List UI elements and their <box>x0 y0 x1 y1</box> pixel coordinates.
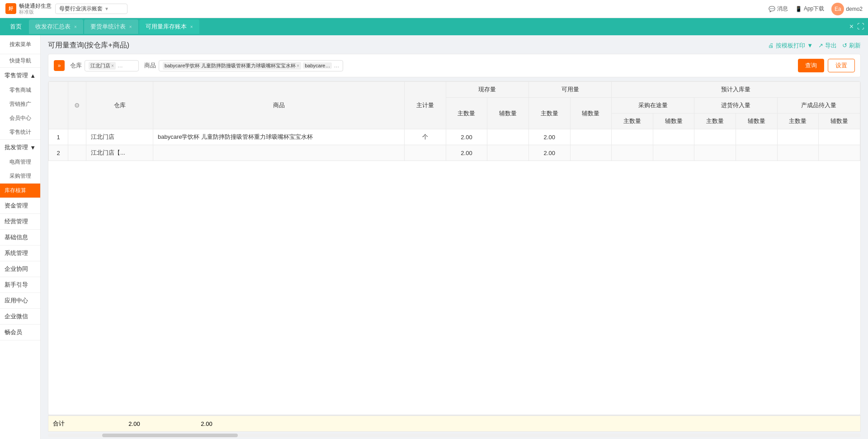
sidebar-group-appstore: 应用中心 <box>0 293 40 309</box>
logo-text: 畅捷通好生意 标准版 <box>19 3 52 15</box>
tab-home[interactable]: 首页 <box>4 19 28 34</box>
sidebar-group-operations: 经营管理 <box>0 214 40 230</box>
col-finished-header: 产成品待入量 <box>777 98 860 113</box>
product-input[interactable]: babycare学饮杯 儿童防摔防撞吸管杯重力球吸嘴杯宝宝水杯 × babyca… <box>159 60 343 71</box>
sidebar-group-finance: 资金管理 <box>0 198 40 214</box>
app-logo-icon: 好 <box>5 3 16 14</box>
col-stock-main-header: 主数量 <box>446 98 487 129</box>
page-actions: 🖨 按模板打印 ▼ ↗ 导出 ↺ 刷新 <box>768 42 861 50</box>
sidebar-group-system-title[interactable]: 系统管理 <box>0 245 40 261</box>
sidebar-group-basic: 基础信息 <box>0 230 40 245</box>
page-header: 可用量查询(按仓库+商品) 🖨 按模板打印 ▼ ↗ 导出 ↺ 刷新 <box>41 35 868 54</box>
warehouse-filter: 仓库 江北门店 × … <box>70 60 139 71</box>
search-menu-button[interactable]: 搜索菜单 <box>4 39 37 50</box>
user-avatar-button[interactable]: Ea demo2 <box>831 3 863 15</box>
logo-area: 好 畅捷通好生意 标准版 <box>5 3 52 15</box>
chevron-down-icon: ▼ <box>807 42 813 49</box>
export-icon: ↗ <box>818 42 823 49</box>
sidebar-group-vip-title[interactable]: 畅会员 <box>0 325 40 340</box>
sidebar-group-enterprise-title[interactable]: 企业协同 <box>0 261 40 277</box>
print-button[interactable]: 🖨 按模板打印 ▼ <box>768 42 813 50</box>
sidebar-group-operations-title[interactable]: 经营管理 <box>0 214 40 229</box>
sidebar-group-retail-title[interactable]: 零售管理 ▲ <box>0 68 40 83</box>
col-pt-aux-header: 辅数量 <box>653 113 694 129</box>
message-icon: 💬 <box>769 6 775 12</box>
sidebar-item-retail-stats[interactable]: 零售统计 <box>0 125 40 139</box>
top-bar: 好 畅捷通好生意 标准版 母婴行业演示账套 ▼ 💬 消息 📱 App下载 Ea … <box>0 0 868 18</box>
cell-stock-main: 2.00 <box>446 145 487 161</box>
sidebar-item-inventory[interactable]: 库存核算 <box>0 184 40 198</box>
tab-order[interactable]: 要货单统计表 × <box>84 19 138 34</box>
export-button[interactable]: ↗ 导出 <box>818 42 837 50</box>
sidebar-item-retail-marketing[interactable]: 营销推广 <box>0 97 40 111</box>
sidebar-group-wholesale-title[interactable]: 批发管理 ▼ <box>0 140 40 155</box>
horizontal-scrollbar[interactable] <box>48 434 861 437</box>
sidebar-group-system: 系统管理 <box>0 245 40 261</box>
col-available-aux-header: 辅数量 <box>570 98 612 129</box>
sidebar-group-finance-title[interactable]: 资金管理 <box>0 198 40 213</box>
warehouse-remove-icon[interactable]: × <box>111 63 114 68</box>
app-download-button[interactable]: 📱 App下载 <box>795 5 824 13</box>
cell-in-main <box>694 129 736 145</box>
product-tag-2: babycare… <box>303 62 332 69</box>
avatar: Ea <box>831 3 844 15</box>
sidebar-group-appstore-title[interactable]: 应用中心 <box>0 293 40 308</box>
cell-warehouse: 江北门店【... <box>86 145 153 161</box>
query-button[interactable]: 查询 <box>798 59 824 72</box>
tab-available[interactable]: 可用量库存账本 × <box>139 19 199 34</box>
tab-maximize-button[interactable]: ⛶ <box>857 23 864 31</box>
footer-total-label: 合计 <box>53 420 116 428</box>
chevron-down-icon: ▼ <box>104 6 109 11</box>
col-forecast-header: 预计入库量 <box>612 82 860 98</box>
col-available-header: 可用量 <box>528 82 611 98</box>
sidebar-group-basic-title[interactable]: 基础信息 <box>0 230 40 245</box>
sidebar-item-purchase[interactable]: 采购管理 <box>0 169 40 183</box>
main-layout: 搜索菜单 快捷导航 零售管理 ▲ 零售商城 营销推广 会员中心 零售统计 批发管… <box>0 35 868 439</box>
product-more-icon[interactable]: … <box>334 62 339 69</box>
col-available-main-header: 主数量 <box>528 98 570 129</box>
settings-button[interactable]: 设置 <box>828 59 855 72</box>
tab-bar-controls: × ⛶ <box>849 23 868 31</box>
sidebar-item-retail-member[interactable]: 会员中心 <box>0 111 40 125</box>
quick-nav-button[interactable]: 快捷导航 <box>0 54 40 68</box>
sidebar-group-guide-title[interactable]: 新手引导 <box>0 277 40 293</box>
sidebar-group-wecom-title[interactable]: 企业微信 <box>0 309 40 324</box>
cell-pt-main <box>612 129 653 145</box>
message-button[interactable]: 💬 消息 <box>769 5 788 13</box>
inventory-table: ⚙ 仓库 商品 主计量 现存量 可用量 预计入库量 主数量 辅数量 主数量 辅数… <box>48 81 860 161</box>
sidebar-search-area: 搜索菜单 <box>0 35 40 54</box>
filter-expand-button[interactable]: » <box>54 60 65 71</box>
warehouse-tag: 江北门店 × <box>89 62 116 70</box>
cell-available-main: 2.00 <box>528 129 570 145</box>
table-settings-icon[interactable]: ⚙ <box>74 102 80 109</box>
tab-close-icon[interactable]: × <box>129 24 132 29</box>
cell-in-main <box>694 145 736 161</box>
cell-stock-main: 2.00 <box>446 129 487 145</box>
tenant-selector[interactable]: 母婴行业演示账套 ▼ <box>55 4 127 14</box>
cell-fin-aux <box>819 129 860 145</box>
col-settings-header[interactable]: ⚙ <box>68 82 86 129</box>
tab-close-all-button[interactable]: × <box>849 23 854 31</box>
col-fin-main-header: 主数量 <box>777 113 819 129</box>
sidebar-group-enterprise: 企业协同 <box>0 261 40 277</box>
tab-close-icon[interactable]: × <box>74 24 77 29</box>
sidebar-group-inventory: 库存核算 <box>0 184 40 198</box>
cell-mainunit: 个 <box>405 129 446 145</box>
col-stock-header: 现存量 <box>446 82 528 98</box>
col-product-header: 商品 <box>153 82 405 129</box>
cell-available-aux <box>570 145 612 161</box>
refresh-button[interactable]: ↺ 刷新 <box>842 42 861 50</box>
tab-close-icon[interactable]: × <box>190 24 193 29</box>
warehouse-more-icon[interactable]: … <box>118 62 123 69</box>
cell-available-aux <box>570 129 612 145</box>
tab-receive[interactable]: 收发存汇总表 × <box>29 19 83 34</box>
cell-pt-main <box>612 145 653 161</box>
sidebar-item-retail-mall[interactable]: 零售商城 <box>0 83 40 97</box>
product-remove-icon-1[interactable]: × <box>297 63 299 68</box>
scroll-thumb[interactable] <box>102 434 238 437</box>
warehouse-input[interactable]: 江北门店 × … <box>85 60 139 71</box>
sidebar-item-ecommerce[interactable]: 电商管理 <box>0 155 40 169</box>
cell-fin-main <box>777 129 819 145</box>
filter-area: » 仓库 江北门店 × … 商品 babycare学饮杯 儿童防摔防撞吸管杯重力… <box>48 54 861 77</box>
page-title: 可用量查询(按仓库+商品) <box>48 41 129 50</box>
